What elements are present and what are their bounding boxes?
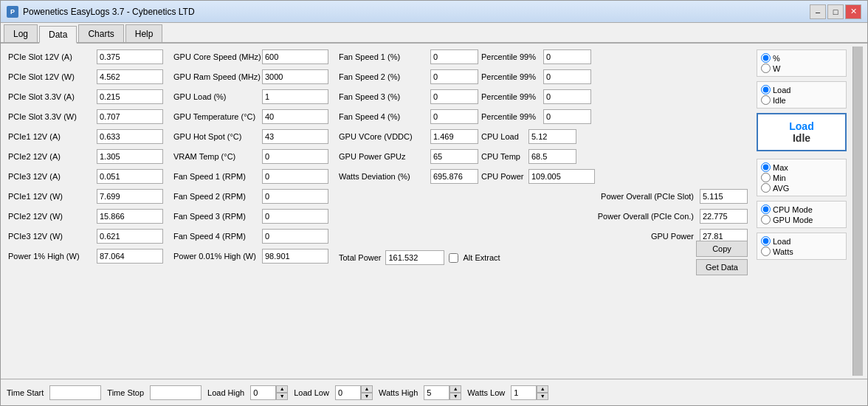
fan-speed-4-rpm-input[interactable]	[262, 229, 328, 244]
pct-w-group: % W	[757, 49, 847, 77]
avg-radio[interactable]	[761, 183, 771, 193]
get-data-button[interactable]: Get Data	[696, 259, 748, 275]
time-stop-input[interactable]	[150, 385, 202, 400]
pcie-slot-12v-a-input[interactable]	[97, 49, 163, 64]
pcie-slot-12v-w-input[interactable]	[97, 69, 163, 84]
copy-button[interactable]: Copy	[696, 241, 748, 257]
pcie1-12v-a-row: PCIe1 12V (A)	[8, 128, 165, 145]
load-low-input[interactable]	[335, 385, 361, 400]
power-1pct-high-input[interactable]	[97, 249, 163, 264]
pcie3-12v-a-input[interactable]	[97, 169, 163, 184]
pcie-slot-33v-w-input[interactable]	[97, 109, 163, 124]
pct99-4-input[interactable]	[543, 109, 591, 124]
watts-low-input[interactable]	[511, 385, 537, 400]
pcie-slot-12v-a-label: PCIe Slot 12V (A)	[8, 52, 97, 61]
time-start-input[interactable]	[49, 385, 101, 400]
fan-pct-3-input[interactable]	[430, 89, 478, 104]
cpu-load-input[interactable]	[528, 129, 576, 144]
load2-radio-row: Load	[761, 236, 842, 246]
watts-low-down[interactable]: ▼	[537, 393, 548, 400]
column-3: Fan Speed 1 (%) Percentile 99% Fan Speed…	[336, 47, 751, 376]
tab-charts[interactable]: Charts	[78, 24, 123, 42]
pcie2-12v-w-input[interactable]	[97, 209, 163, 224]
pcie1-12v-w-input[interactable]	[97, 189, 163, 204]
power-001pct-high-row: Power 0.01% High (W)	[173, 247, 330, 265]
gpu-mode-label: GPU Mode	[773, 216, 813, 224]
min-radio[interactable]	[761, 173, 771, 182]
close-button[interactable]: ✕	[845, 4, 861, 19]
fan-speed-3-rpm-label: Fan Speed 3 (RPM)	[173, 212, 262, 221]
gpu-mode-radio[interactable]	[761, 215, 771, 224]
watts-high-input[interactable]	[424, 385, 450, 400]
fan-speed-2-rpm-input[interactable]	[262, 189, 328, 204]
fan-pct-3-row: Fan Speed 3 (%) Percentile 99%	[339, 88, 748, 106]
watts-deviation-input[interactable]	[430, 169, 478, 184]
load-low-up[interactable]: ▲	[361, 385, 373, 393]
idle-radio-row: Idle	[761, 95, 842, 105]
alt-extract-label: Alt Extract	[463, 253, 500, 262]
gpu-power-gpuz-input[interactable]	[430, 149, 478, 164]
load-high-input[interactable]	[250, 385, 276, 400]
pct99-3-input[interactable]	[543, 89, 591, 104]
pcie2-12v-a-input[interactable]	[97, 149, 163, 164]
pcie3-12v-w-input[interactable]	[97, 229, 163, 244]
cpu-temp-input[interactable]	[528, 149, 576, 164]
power-overall-pcie-con-input[interactable]	[700, 209, 748, 224]
watts-radio[interactable]	[761, 247, 771, 256]
fan-pct-1-input[interactable]	[430, 49, 478, 64]
alt-extract-checkbox[interactable]	[449, 253, 458, 263]
gpu-temp-input[interactable]	[262, 109, 328, 124]
total-power-input[interactable]	[385, 250, 444, 265]
tab-data[interactable]: Data	[39, 26, 77, 44]
pcie-slot-33v-w-row: PCIe Slot 3.3V (W)	[8, 108, 165, 125]
pcie2-12v-w-label: PCIe2 12V (W)	[8, 212, 97, 221]
gpu-vcore-input[interactable]	[430, 129, 478, 144]
gpu-core-speed-input[interactable]	[262, 49, 328, 64]
cpu-mode-radio[interactable]	[761, 204, 771, 214]
pct99-4-label: Percentile 99%	[481, 112, 540, 121]
gpu-load-input[interactable]	[262, 89, 328, 104]
tab-log[interactable]: Log	[4, 24, 38, 42]
load2-radio[interactable]	[761, 236, 771, 246]
watts-high-up[interactable]: ▲	[450, 385, 461, 393]
gpu-ram-speed-input[interactable]	[262, 69, 328, 84]
load-high-up[interactable]: ▲	[276, 385, 288, 393]
max-radio[interactable]	[761, 162, 771, 172]
load-radio-row: Load	[761, 85, 842, 94]
cpu-power-input[interactable]	[528, 169, 595, 184]
scrollbar[interactable]	[852, 47, 863, 376]
fan-speed-1-rpm-label: Fan Speed 1 (RPM)	[173, 172, 262, 181]
w-radio[interactable]	[761, 63, 771, 73]
gpu-ram-speed-row: GPU Ram Speed (MHz)	[173, 68, 330, 86]
power-001pct-high-input[interactable]	[262, 249, 328, 264]
load-radio[interactable]	[761, 85, 771, 94]
pcie-slot-33v-a-input[interactable]	[97, 89, 163, 104]
power-overall-pcie-slot-input[interactable]	[700, 189, 748, 204]
watts-high-down[interactable]: ▼	[450, 393, 461, 400]
load-low-down[interactable]: ▼	[361, 393, 373, 400]
fan-pct-2-input[interactable]	[430, 69, 478, 84]
pct-label: %	[773, 54, 780, 63]
pcie2-12v-w-row: PCIe2 12V (W)	[8, 207, 165, 225]
fan-pct-4-input[interactable]	[430, 109, 478, 124]
time-start-label: Time Start	[7, 388, 44, 397]
watts-low-up[interactable]: ▲	[537, 385, 548, 393]
idle-radio[interactable]	[761, 95, 771, 105]
pct99-1-input[interactable]	[543, 49, 591, 64]
gpu-hotspot-input[interactable]	[262, 129, 328, 144]
fan-speed-3-rpm-input[interactable]	[262, 209, 328, 224]
load-high-down[interactable]: ▼	[276, 393, 288, 400]
pct-radio[interactable]	[761, 53, 771, 63]
main-window: P Powenetics EasyLogs 3.7 - Cybenetics L…	[0, 0, 868, 406]
tab-help[interactable]: Help	[125, 24, 163, 42]
cpu-temp-label: CPU Temp	[481, 152, 526, 161]
minimize-button[interactable]: –	[810, 4, 826, 19]
watts-radio-row: Watts	[761, 247, 842, 256]
maximize-button[interactable]: □	[827, 4, 844, 19]
vram-temp-input[interactable]	[262, 149, 328, 164]
pcie1-12v-a-input[interactable]	[97, 129, 163, 144]
pct99-2-input[interactable]	[543, 69, 591, 84]
pcie2-12v-a-label: PCIe2 12V (A)	[8, 152, 97, 161]
fan-pct-3-label: Fan Speed 3 (%)	[339, 92, 427, 101]
fan-speed-1-rpm-input[interactable]	[262, 169, 328, 184]
